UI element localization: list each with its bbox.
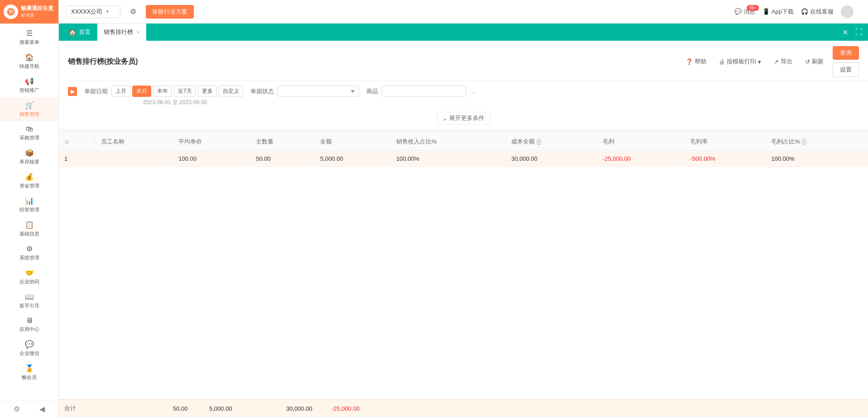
date-filter: 单据日期 上月 本月 本年 近7天 更多 自定义 [84,86,243,97]
trial-btn[interactable]: 体验行业方案 [146,5,194,19]
page-content: 销售排行榜(按业务员) ❓ 帮助 🖨 按模板打印 ▾ ↗ 导出 [59,41,868,417]
tab-close-btn[interactable]: ✕ [840,27,850,38]
more-filters-btn[interactable]: ... [470,88,478,95]
tab-maximize-btn[interactable]: ⛶ [854,27,864,38]
sidebar-item-app-center[interactable]: 🖥 应用中心 [0,313,58,336]
finance-icon: 💰 [25,173,34,181]
messages-btn[interactable]: 💬 消息 99+ [734,8,755,16]
export-icon: ↗ [774,58,779,65]
company-name: XXXXX公司 [71,8,102,16]
sidebar-item-purchase[interactable]: 🛍 采购管理 [0,121,58,145]
sidebar-item-sales[interactable]: 🛒 销售管理 [0,97,58,121]
sidebar: 畅 畅康通好生意 标准版 ☰ 搜索菜单 🏠 快捷导航 📢 营销推广 🛒 销售管理… [0,0,59,417]
sidebar-item-basic[interactable]: 📋 基础信息 [0,217,58,241]
sidebar-nav: ☰ 搜索菜单 🏠 快捷导航 📢 营销推广 🛒 销售管理 🛍 采购管理 📦 库存核… [0,24,58,401]
help-icon: ❓ [686,58,693,65]
refresh-icon: ↺ [805,58,810,65]
topbar-settings-btn[interactable]: ⚙ [126,5,140,19]
sidebar-item-cooperation[interactable]: 🤝 企业协同 [0,265,58,289]
this-month-btn[interactable]: 本月 [132,86,151,97]
sidebar-item-enterprise-wechat[interactable]: 💬 企业微信 [0,336,58,360]
basic-icon: 📋 [25,220,34,229]
sidebar-item-inventory[interactable]: 📦 库存核算 [0,145,58,169]
company-selector[interactable]: XXXXX公司 ▼ [66,5,120,18]
date-filter-label: 单据日期 [84,87,108,96]
guide-icon: 📖 [25,292,34,301]
sidebar-item-marketing[interactable]: 📢 营销推广 [0,73,58,97]
download-icon: 📱 [762,8,770,15]
cooperation-icon: 🤝 [25,268,34,277]
headset-icon: 🎧 [801,8,808,15]
table-row: 1 100.00 50.00 5,000.00 100.00% 30,000.0… [59,151,868,167]
export-btn[interactable]: ↗ 导出 [770,56,796,67]
member-icon: 🏅 [25,364,34,373]
main-content: XXXXX公司 ▼ ⚙ 体验行业方案 💬 消息 99+ 📱 App下载 🎧 在线… [59,0,868,417]
expand-more-btn[interactable]: ⌄ 展开更多条件 [436,112,490,125]
sidebar-item-finance[interactable]: 💰 资金管理 [0,169,58,193]
sidebar-logo: 畅 畅康通好生意 标准版 [0,0,58,24]
goods-input[interactable] [382,86,466,97]
this-year-btn[interactable]: 本年 [153,86,172,97]
cell-gross-rate: -500.00% [685,151,766,167]
col-amount: 全额 [315,133,391,151]
date-range-text: 2023-06-01 至 2023-06-30 [143,99,207,106]
sidebar-item-system[interactable]: ⚙ 系统管理 [0,241,58,265]
col-name: 员工名称 [96,133,173,151]
logo-sub: 标准版 [21,12,53,19]
cell-avg-price: 100.00 [173,151,250,167]
col-avg-price: 平均单价 [173,133,250,151]
tab-home-label: 首页 [79,28,91,36]
tab-sales-ranking[interactable]: 销售排行榜 × [97,24,146,41]
sidebar-item-quick-nav[interactable]: 🏠 快捷导航 [0,49,58,73]
col-gross: 毛利 [597,133,684,151]
cell-cost: 30,000.00 [506,151,597,167]
help-btn[interactable]: ❓ 帮助 [682,56,710,67]
custom-date-btn[interactable]: 自定义 [219,86,243,97]
footer-gross: -25,000.00 [331,405,368,412]
settings-footer-btn[interactable]: ⚙ [14,405,20,413]
close-icon[interactable]: × [137,29,139,35]
col-sales-ratio: 销售收入占比% [391,133,506,151]
sidebar-item-guide[interactable]: 📖 新手引导 [0,289,58,313]
more-date-btn[interactable]: 更多 [198,86,217,97]
system-icon: ⚙ [26,244,33,253]
status-select[interactable] [278,86,359,97]
status-filter: 单据状态 [250,86,359,97]
cell-rank: 1 [59,151,96,167]
sidebar-item-operation[interactable]: 📊 经营管理 [0,193,58,217]
svg-text:畅: 畅 [9,9,14,14]
tabbar-actions: ✕ ⛶ [840,27,864,38]
app-center-icon: 🖥 [26,316,33,325]
footer-quantity: 50.00 [173,405,209,412]
logo-name: 畅康通好生意 [21,5,53,12]
purchase-icon: 🛍 [26,125,33,133]
prev-month-btn[interactable]: 上月 [111,86,130,97]
query-btn[interactable]: 查询 [833,46,859,60]
user-avatar[interactable] [841,5,854,18]
tabbar: 🏠 首页 销售排行榜 × ✕ ⛶ [59,24,868,41]
refresh-btn[interactable]: ↺ 刷新 [801,56,827,67]
inventory-icon: 📦 [25,149,34,157]
sidebar-item-search-orders[interactable]: ☰ 搜索菜单 [0,25,58,49]
settings-btn[interactable]: 设置 [833,62,859,77]
cell-quantity: 50.00 [250,151,315,167]
tab-home[interactable]: 🏠 首页 [62,24,97,41]
footer-total-label: 合计 [64,404,173,412]
template-print-btn[interactable]: 🖨 按模板打印 ▾ [715,56,765,67]
tab-sales-ranking-label: 销售排行榜 [104,28,133,36]
collapse-btn[interactable]: ◀ [39,405,45,413]
messages-badge: 99+ [747,5,759,11]
filter-collapse-btn[interactable]: ▶ [68,87,77,96]
logo-icon: 畅 [4,5,18,19]
enterprise-wechat-icon: 💬 [25,340,34,349]
online-service-btn[interactable]: 🎧 在线客服 [801,8,834,16]
message-icon: 💬 [734,8,742,15]
marketing-icon: 📢 [25,77,34,86]
goods-filter-label: 商品 [366,87,378,96]
search-orders-icon: ☰ [26,29,33,38]
sidebar-item-member[interactable]: 🏅 畅会员 [0,360,58,384]
sidebar-footer: ⚙ ◀ [0,401,58,417]
last7days-btn[interactable]: 近7天 [174,86,196,97]
topbar: XXXXX公司 ▼ ⚙ 体验行业方案 💬 消息 99+ 📱 App下载 🎧 在线… [59,0,868,24]
app-download-btn[interactable]: 📱 App下载 [762,8,794,16]
